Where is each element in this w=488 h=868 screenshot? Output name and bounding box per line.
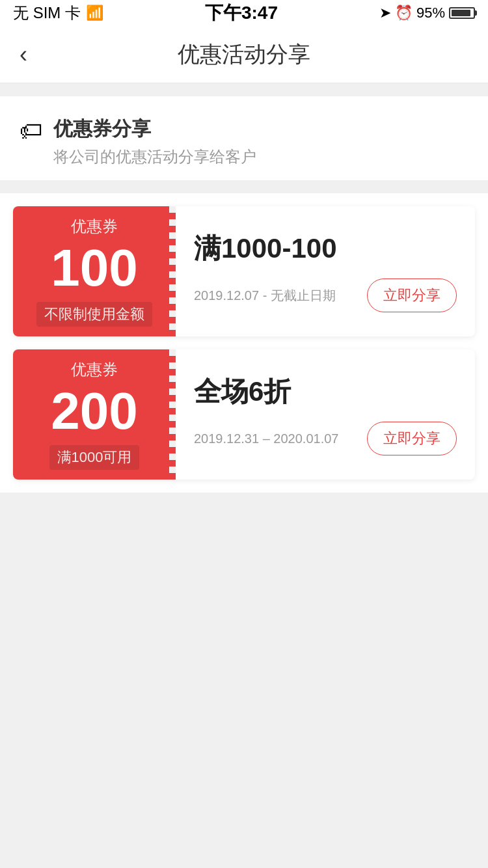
coupon-left-1: 优惠券 100 不限制使用金额 — [13, 206, 176, 336]
coupon-footer-1: 2019.12.07 - 无截止日期 立即分享 — [194, 278, 457, 312]
coupon-date-2: 2019.12.31 – 2020.01.07 — [194, 431, 338, 446]
coupon-type-2: 优惠券 — [71, 359, 118, 380]
status-left: 无 SIM 卡 📶 — [13, 3, 103, 23]
coupon-type-1: 优惠券 — [71, 216, 118, 237]
status-time: 下午3:47 — [205, 1, 278, 25]
coupon-name-1: 满1000-100 — [194, 230, 457, 267]
share-button-2[interactable]: 立即分享 — [367, 422, 457, 455]
coupon-footer-2: 2019.12.31 – 2020.01.07 立即分享 — [194, 422, 457, 455]
wifi-icon: 📶 — [86, 5, 103, 21]
coupon-left-2: 优惠券 200 满1000可用 — [13, 349, 176, 480]
battery-icon — [449, 7, 475, 19]
coupon-name-2: 全场6折 — [194, 373, 457, 410]
alarm-icon: ⏰ — [395, 5, 413, 21]
coupon-list: 优惠券 100 不限制使用金额 满1000-100 2019.12.07 - 无… — [0, 193, 488, 493]
location-icon: ➤ — [379, 5, 391, 21]
section-info: 优惠券分享 将公司的优惠活动分享给客户 — [53, 116, 256, 167]
sim-label: 无 SIM 卡 — [13, 3, 81, 23]
status-right: ➤ ⏰ 95% — [379, 5, 475, 21]
section-title: 优惠券分享 — [53, 116, 256, 142]
empty-area — [0, 493, 488, 818]
page-title: 优惠活动分享 — [178, 40, 310, 70]
coupon-right-1: 满1000-100 2019.12.07 - 无截止日期 立即分享 — [176, 206, 475, 336]
section-subtitle: 将公司的优惠活动分享给客户 — [53, 146, 256, 167]
share-button-1[interactable]: 立即分享 — [367, 278, 457, 312]
coupon-condition-2: 满1000可用 — [49, 445, 140, 470]
coupon-amount-2: 200 — [51, 385, 137, 437]
nav-bar: ‹ 优惠活动分享 — [0, 26, 488, 83]
coupon-amount-1: 100 — [51, 242, 137, 294]
back-button[interactable]: ‹ — [20, 41, 27, 68]
section-header: 🏷 优惠券分享 将公司的优惠活动分享给客户 — [0, 96, 488, 180]
coupon-right-2: 全场6折 2019.12.31 – 2020.01.07 立即分享 — [176, 349, 475, 480]
battery-percent: 95% — [416, 5, 445, 21]
coupon-share-icon: 🏷 — [20, 117, 43, 144]
status-bar: 无 SIM 卡 📶 下午3:47 ➤ ⏰ 95% — [0, 0, 488, 26]
coupon-card-2: 优惠券 200 满1000可用 全场6折 2019.12.31 – 2020.0… — [13, 349, 475, 480]
coupon-date-1: 2019.12.07 - 无截止日期 — [194, 287, 336, 305]
coupon-condition-1: 不限制使用金额 — [36, 302, 152, 327]
coupon-card-1: 优惠券 100 不限制使用金额 满1000-100 2019.12.07 - 无… — [13, 206, 475, 336]
